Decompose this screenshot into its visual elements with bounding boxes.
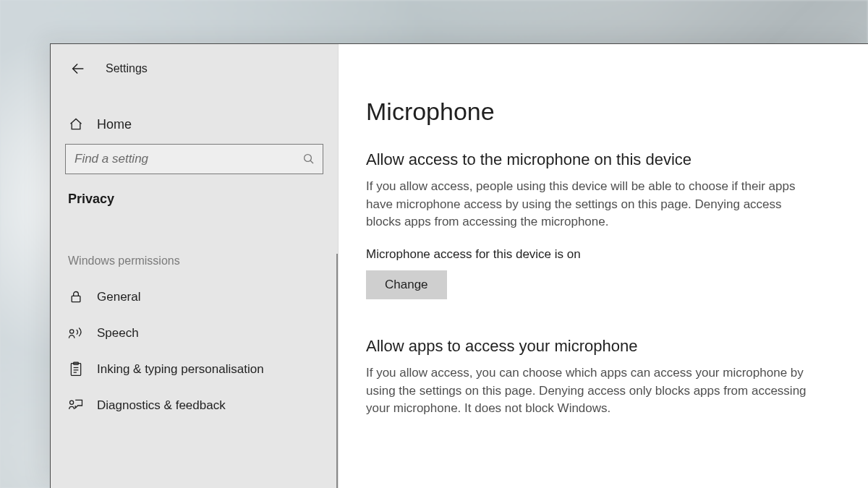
change-button[interactable]: Change [366, 270, 447, 299]
sidebar-item-label: Diagnostics & feedback [97, 398, 226, 413]
clipboard-icon [68, 361, 84, 377]
feedback-icon [68, 398, 84, 414]
home-icon [68, 116, 84, 132]
titlebar: Settings [51, 56, 338, 82]
settings-window: Settings Home Priva [50, 43, 868, 488]
section-title-device-access: Allow access to the microphone on this d… [366, 150, 841, 169]
search-box[interactable] [65, 144, 323, 174]
svg-point-1 [305, 155, 312, 162]
search-icon [302, 153, 315, 166]
sidebar-home-label: Home [97, 117, 132, 132]
sidebar-group-label: Windows permissions [51, 211, 338, 279]
sidebar-item-label: General [97, 290, 140, 304]
sidebar-item-label: Inking & typing personalisation [97, 362, 264, 377]
sidebar-item-speech[interactable]: Speech [51, 315, 338, 351]
svg-line-2 [310, 160, 313, 163]
svg-point-10 [70, 401, 74, 404]
svg-point-4 [70, 330, 74, 333]
speech-icon [68, 325, 84, 341]
arrow-left-icon [70, 61, 86, 77]
search-input[interactable] [73, 151, 302, 167]
sidebar-item-inking-typing[interactable]: Inking & typing personalisation [51, 351, 338, 388]
main-content: Microphone Allow access to the microphon… [339, 44, 868, 488]
mic-access-status: Microphone access for this device is on [366, 247, 841, 262]
sidebar-item-general[interactable]: General [51, 279, 338, 315]
search-container [51, 140, 338, 174]
section-desc-device-access: If you allow access, people using this d… [366, 178, 807, 231]
sidebar-current-section: Privacy [51, 174, 338, 211]
svg-rect-3 [72, 296, 80, 301]
sidebar-item-label: Speech [97, 326, 139, 341]
sidebar-item-diagnostics-feedback[interactable]: Diagnostics & feedback [51, 388, 338, 424]
section-title-apps-access: Allow apps to access your microphone [366, 337, 841, 356]
svg-rect-5 [71, 364, 80, 376]
sidebar: Settings Home Priva [51, 44, 339, 488]
sidebar-home[interactable]: Home [51, 108, 338, 140]
page-title: Microphone [366, 98, 841, 126]
section-desc-apps-access: If you allow access, you can choose whic… [366, 364, 807, 418]
lock-icon [68, 289, 84, 305]
back-button[interactable] [68, 59, 88, 79]
window-title: Settings [106, 62, 148, 75]
